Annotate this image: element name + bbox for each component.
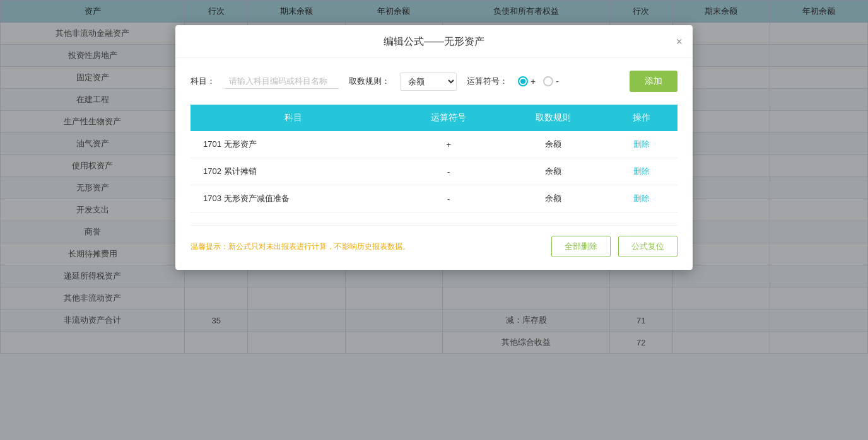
formula-table: 科目 运算符号 取数规则 操作 1701 无形资产+余额删除1702 累计摊销-… [191,105,677,212]
cell-subject: 1702 累计摊销 [191,158,396,185]
footer-hint: 温馨提示：新公式只对未出报表进行计算，不影响历史报表数据。 [191,241,410,252]
th-subject: 科目 [191,105,396,131]
modal-footer: 温馨提示：新公式只对未出报表进行计算，不影响历史报表数据。 全部删除 公式复位 [175,226,693,270]
cell-operator: - [396,158,501,185]
modal-backdrop: 编辑公式——无形资产 × 科目： 取数规则： 余额 发生额 期初余额 [0,0,868,440]
delete-link[interactable]: 删除 [633,194,650,203]
radio-minus-label: - [556,76,559,86]
background-wrapper: 资产 行次 期末余额 年初余额 负债和所有者权益 行次 期末余额 年初余额 其他… [0,0,868,440]
cell-operator: + [396,131,501,158]
close-icon[interactable]: × [676,36,683,47]
modal-header: 编辑公式——无形资产 × [175,25,693,58]
rule-select-wrapper: 余额 发生额 期初余额 [400,72,457,91]
th-action: 操作 [606,105,677,131]
rule-label: 取数规则： [349,76,390,87]
cell-action: 删除 [606,158,677,185]
cell-subject: 1703 无形资产减值准备 [191,185,396,212]
table-row: 1703 无形资产减值准备-余额删除 [191,185,677,212]
rule-select[interactable]: 余额 发生额 期初余额 [400,72,457,91]
table-header-row: 科目 运算符号 取数规则 操作 [191,105,677,131]
th-operator: 运算符号 [396,105,501,131]
radio-plus[interactable]: + [518,76,536,86]
operator-radio-group: + - [518,76,559,86]
radio-minus[interactable]: - [543,76,559,86]
modal-body: 科目： 取数规则： 余额 发生额 期初余额 运算符号： [175,58,693,225]
cell-action: 删除 [606,131,677,158]
modal-title: 编辑公式——无形资产 [384,35,484,49]
th-rule: 取数规则 [501,105,606,131]
table-row: 1701 无形资产+余额删除 [191,131,677,158]
operator-label: 运算符号： [467,76,508,87]
form-row: 科目： 取数规则： 余额 发生额 期初余额 运算符号： [191,71,677,92]
modal-dialog: 编辑公式——无形资产 × 科目： 取数规则： 余额 发生额 期初余额 [175,25,693,270]
cell-subject: 1701 无形资产 [191,131,396,158]
radio-plus-label: + [531,76,536,86]
delete-all-button[interactable]: 全部删除 [551,236,611,257]
delete-link[interactable]: 删除 [633,166,650,176]
subject-input[interactable] [225,74,339,89]
cell-operator: - [396,185,501,212]
radio-minus-circle [543,76,553,86]
radio-plus-circle [518,76,528,86]
table-row: 1702 累计摊销-余额删除 [191,158,677,185]
add-button[interactable]: 添加 [630,71,677,92]
reset-formula-button[interactable]: 公式复位 [618,236,677,257]
cell-rule: 余额 [501,158,606,185]
cell-rule: 余额 [501,131,606,158]
subject-label: 科目： [191,76,215,87]
footer-buttons: 全部删除 公式复位 [551,236,677,257]
cell-action: 删除 [606,185,677,212]
delete-link[interactable]: 删除 [633,139,650,149]
cell-rule: 余额 [501,185,606,212]
